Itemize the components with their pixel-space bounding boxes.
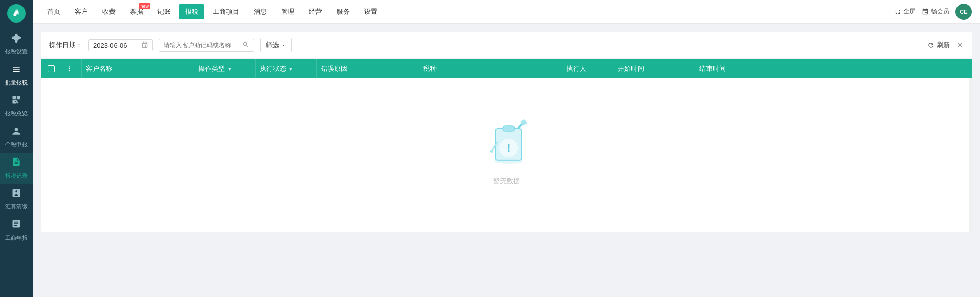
calc-icon: [11, 188, 21, 202]
sidebar-item-label: 报税总览: [5, 110, 28, 117]
search-box: [159, 39, 254, 52]
nav-item-jizhang[interactable]: 记账: [151, 4, 177, 19]
th-client-name: 客户名称: [82, 59, 194, 78]
svg-text:!: !: [507, 141, 510, 154]
th-error-reason: 错误原因: [317, 59, 419, 78]
sidebar: 报税设置 批量报税 报税总览 个税申报 报税记录 汇算清缴 工商: [0, 0, 33, 297]
sidebar-item-baoshui-shezhi[interactable]: 报税设置: [0, 29, 33, 60]
sort-icon: ▼: [227, 66, 232, 72]
nav-items: 首页 客户 收费 票据 new 记账 报税 工商项目 消息 管理 经营 服务 设…: [41, 4, 894, 19]
sidebar-item-label: 工商年报: [5, 234, 28, 242]
scrollbar[interactable]: [969, 78, 972, 232]
close-button[interactable]: ✕: [956, 40, 964, 50]
table-header: 客户名称 操作类型 ▼ 执行状态 ▼ 错误原因 税种 执行人: [41, 59, 972, 78]
user-avatar[interactable]: CE: [955, 4, 972, 20]
refresh-icon: [927, 41, 935, 49]
toolbar-right: 刷新 ✕: [927, 40, 964, 50]
th-start-time: 开始时间: [613, 59, 695, 78]
table-body: ! 暂无数据: [41, 78, 972, 232]
th-end-time: 结束时间: [695, 59, 777, 78]
date-input[interactable]: [93, 41, 139, 49]
sidebar-item-label: 个税申报: [5, 141, 28, 148]
nav-item-kehu[interactable]: 客户: [69, 4, 94, 19]
member-label: 畅会员: [931, 7, 949, 16]
fullscreen-button[interactable]: 全屏: [894, 7, 916, 16]
nav-item-shezhi[interactable]: 设置: [358, 4, 383, 19]
sidebar-item-label: 批量报税: [5, 79, 28, 87]
sidebar-item-baoshui-jilu[interactable]: 报税记录: [0, 153, 33, 184]
filter-button[interactable]: 筛选: [260, 38, 292, 52]
date-label: 操作日期：: [49, 40, 82, 50]
sidebar-item-baoshui-zonglian[interactable]: 报税总览: [0, 91, 33, 122]
calendar-icon: [141, 41, 148, 49]
new-badge: new: [139, 3, 150, 10]
content-card: 操作日期： 筛选 刷新: [41, 32, 972, 232]
overview-icon: [11, 95, 21, 109]
th-tax-type: 税种: [419, 59, 562, 78]
nav-item-xiaoxi[interactable]: 消息: [247, 4, 273, 19]
fullscreen-label: 全屏: [903, 7, 916, 16]
main-area: 首页 客户 收费 票据 new 记账 报税 工商项目 消息 管理 经营 服务 设…: [33, 0, 980, 297]
th-checkbox: [41, 59, 61, 78]
empty-illustration: !: [476, 109, 537, 171]
app-logo[interactable]: [7, 4, 26, 23]
th-exec-status[interactable]: 执行状态 ▼: [256, 59, 317, 78]
refresh-label: 刷新: [937, 40, 950, 50]
search-icon[interactable]: [242, 41, 249, 50]
annual-icon: [11, 219, 21, 232]
date-picker[interactable]: [88, 39, 153, 51]
sidebar-item-label: 报税设置: [5, 48, 28, 55]
person-icon: [11, 126, 21, 140]
refresh-button[interactable]: 刷新: [927, 40, 950, 50]
th-settings: [61, 59, 82, 78]
nav-item-jingying[interactable]: 经营: [303, 4, 328, 19]
th-operation-type[interactable]: 操作类型 ▼: [194, 59, 256, 78]
member-button[interactable]: 畅会员: [922, 7, 949, 16]
select-all-checkbox[interactable]: [48, 65, 55, 72]
chevron-down-icon: [281, 43, 286, 48]
toolbar: 操作日期： 筛选 刷新: [41, 32, 972, 59]
nav-item-gongshang-xiangmu[interactable]: 工商项目: [207, 4, 245, 19]
nav-item-baoshui[interactable]: 报税: [179, 4, 204, 19]
sidebar-item-piliang-baoshui[interactable]: 批量报税: [0, 60, 33, 91]
sort-icon: ▼: [288, 66, 293, 72]
top-navigation: 首页 客户 收费 票据 new 记账 报税 工商项目 消息 管理 经营 服务 设…: [33, 0, 980, 24]
svg-rect-5: [503, 126, 515, 131]
nav-item-piaoju[interactable]: 票据 new: [124, 4, 149, 19]
batch-icon: [11, 64, 21, 78]
nav-item-fuwu[interactable]: 服务: [330, 4, 356, 19]
sidebar-item-label: 汇算清缴: [5, 203, 28, 210]
record-icon: [11, 157, 21, 171]
nav-item-shouye[interactable]: 首页: [41, 4, 66, 19]
sidebar-item-geshui-shenbao[interactable]: 个税申报: [0, 122, 33, 153]
sidebar-item-huisuan-jiaona[interactable]: 汇算清缴: [0, 184, 33, 215]
sidebar-item-gongshang-nianbao[interactable]: 工商年报: [0, 215, 33, 246]
settings-icon: [11, 33, 21, 47]
svg-point-10: [490, 150, 493, 153]
filter-label: 筛选: [266, 40, 279, 50]
empty-state: ! 暂无数据: [41, 78, 972, 227]
search-input[interactable]: [164, 41, 240, 49]
nav-item-guanli[interactable]: 管理: [275, 4, 301, 19]
topnav-right: 全屏 畅会员 CE: [894, 4, 972, 20]
empty-text: 暂无数据: [493, 177, 520, 186]
svg-point-8: [494, 159, 523, 164]
sidebar-item-label: 报税记录: [5, 172, 28, 180]
th-executor: 执行人: [562, 59, 613, 78]
nav-item-shoufei[interactable]: 收费: [96, 4, 122, 19]
page-content: 操作日期： 筛选 刷新: [33, 24, 980, 297]
column-settings-icon[interactable]: [65, 65, 73, 72]
